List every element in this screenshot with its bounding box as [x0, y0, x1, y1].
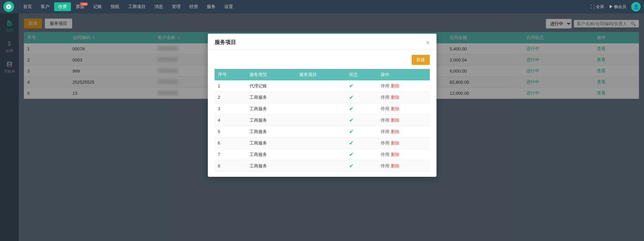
modal-cell-no: 5: [215, 126, 246, 137]
delete-button[interactable]: 删除: [391, 129, 400, 135]
modal-cell-status: ✔: [346, 126, 377, 137]
modal-cell-type: 工商服务: [246, 137, 296, 149]
modal-cell-actions: 停用 删除: [377, 92, 429, 103]
modal-cell-item: [296, 103, 346, 115]
modal-cell-no: 6: [215, 137, 246, 149]
nav-settings[interactable]: 设置: [220, 2, 237, 11]
modal-cell-status: ✔: [346, 115, 377, 126]
modal-cell-type: 代理记账: [246, 80, 296, 92]
nav-revenue[interactable]: 收费: [54, 2, 71, 11]
modal-col-status: 状态: [346, 69, 377, 80]
modal-cell-actions: 停用 删除: [377, 103, 429, 115]
modal-cell-no: 2: [215, 92, 246, 103]
fullscreen-btn[interactable]: ⛶ 全屏: [591, 4, 604, 10]
stop-button[interactable]: 停用: [381, 83, 389, 89]
nav-tax[interactable]: 报税: [107, 2, 123, 11]
modal-cell-no: 3: [215, 103, 246, 115]
delete-button[interactable]: 删除: [391, 117, 400, 123]
modal-cell-status: ✔: [346, 137, 377, 149]
modal-cell-status: ✔: [346, 160, 377, 172]
modal-cell-type: 工商服务: [246, 126, 296, 137]
nav-service[interactable]: 服务: [203, 2, 220, 11]
modal-cell-no: 4: [215, 115, 246, 126]
new-badge: new: [80, 2, 88, 6]
nav-business[interactable]: 工商项目: [124, 2, 150, 11]
nav-home[interactable]: 首页: [19, 2, 36, 11]
modal-cell-status: ✔: [346, 80, 377, 92]
modal-table-row: 7 工商服务 ✔ 停用 删除: [215, 149, 430, 160]
modal-cell-no: 8: [215, 160, 246, 172]
modal-cell-type: 工商服务: [246, 92, 296, 103]
modal-table-row: 5 工商服务 ✔ 停用 删除: [215, 126, 430, 137]
modal-cell-item: [296, 92, 346, 103]
stop-button[interactable]: 停用: [381, 140, 389, 146]
modal-cell-actions: 停用 删除: [377, 160, 429, 172]
stop-button[interactable]: 停用: [381, 163, 389, 169]
modal-cell-type: 工商服务: [246, 149, 296, 160]
modal-col-action: 操作: [377, 69, 429, 80]
modal-table-row: 3 工商服务 ✔ 停用 删除: [215, 103, 430, 115]
modal-table-row: 4 工商服务 ✔ 停用 删除: [215, 115, 430, 126]
right-area: ⛶ 全屏 ▶ 畅会员 👤: [591, 2, 641, 11]
avatar[interactable]: 👤: [631, 2, 641, 11]
stop-button[interactable]: 停用: [381, 129, 389, 135]
modal-body: 新建 序号 服务类型 服务项目 状态 操作 1 代理记账 ✔ 停用 删除: [208, 50, 437, 177]
modal-overlay[interactable]: 服务项目 × 新建 序号 服务类型 服务项目 状态 操作 1 代理记账: [0, 13, 644, 241]
modal-cell-actions: 停用 删除: [377, 126, 429, 137]
modal-title: 服务项目: [215, 39, 236, 46]
delete-button[interactable]: 删除: [391, 152, 400, 158]
modal-table-row: 8 工商服务 ✔ 停用 删除: [215, 160, 430, 172]
modal-cell-status: ✔: [346, 149, 377, 160]
modal-cell-item: [296, 126, 346, 137]
modal-toolbar: 新建: [215, 55, 430, 65]
stop-button[interactable]: 停用: [381, 117, 389, 123]
modal-cell-type: 工商服务: [246, 115, 296, 126]
modal-cell-status: ✔: [346, 103, 377, 115]
nav-account[interactable]: 记账: [89, 2, 106, 11]
delete-button[interactable]: 删除: [391, 163, 400, 169]
modal-header: 服务项目 ×: [208, 34, 437, 50]
modal-col-item: 服务项目: [296, 69, 346, 80]
modal-table-row: 6 工商服务 ✔ 停用 删除: [215, 137, 430, 149]
modal-cell-actions: 停用 删除: [377, 149, 429, 160]
modal-cell-no: 7: [215, 149, 246, 160]
nav-customer[interactable]: 客户: [37, 2, 53, 11]
modal-cell-no: 1: [215, 80, 246, 92]
modal-table-row: 2 工商服务 ✔ 停用 删除: [215, 92, 430, 103]
modal-cell-item: [296, 160, 346, 172]
top-nav: 首页 客户 收费 票据 new 记账 报税 工商项目 消息 管理 经营 服务 设…: [0, 0, 644, 13]
nav-manage[interactable]: 管理: [168, 2, 185, 11]
modal-cell-item: [296, 115, 346, 126]
member-btn[interactable]: ▶ 畅会员: [609, 4, 626, 10]
modal-cell-item: [296, 149, 346, 160]
modal-cell-item: [296, 80, 346, 92]
nav-invoice[interactable]: 票据 new: [72, 2, 88, 11]
modal-close-button[interactable]: ×: [426, 40, 430, 46]
modal-table: 序号 服务类型 服务项目 状态 操作 1 代理记账 ✔ 停用 删除 2 工商服务…: [215, 69, 430, 172]
modal-cell-type: 工商服务: [246, 103, 296, 115]
new-service-button[interactable]: 新建: [412, 55, 430, 65]
modal-col-no: 序号: [215, 69, 246, 80]
modal-cell-item: [296, 137, 346, 149]
stop-button[interactable]: 停用: [381, 106, 389, 112]
modal-table-row: 1 代理记账 ✔ 停用 删除: [215, 80, 430, 92]
delete-button[interactable]: 删除: [391, 106, 400, 112]
app-logo[interactable]: [3, 1, 14, 12]
stop-button[interactable]: 停用: [381, 152, 389, 158]
modal-cell-actions: 停用 删除: [377, 115, 429, 126]
modal-cell-status: ✔: [346, 92, 377, 103]
modal-cell-actions: 停用 删除: [377, 80, 429, 92]
delete-button[interactable]: 删除: [391, 83, 400, 89]
nav-message[interactable]: 消息: [150, 2, 167, 11]
nav-items: 首页 客户 收费 票据 new 记账 报税 工商项目 消息 管理 经营 服务 设…: [19, 2, 591, 11]
stop-button[interactable]: 停用: [381, 94, 389, 101]
delete-button[interactable]: 删除: [391, 94, 400, 101]
modal: 服务项目 × 新建 序号 服务类型 服务项目 状态 操作 1 代理记账: [208, 34, 437, 177]
nav-finance[interactable]: 经营: [185, 2, 202, 11]
modal-cell-type: 工商服务: [246, 160, 296, 172]
delete-button[interactable]: 删除: [391, 140, 400, 146]
modal-col-type: 服务类型: [246, 69, 296, 80]
modal-cell-actions: 停用 删除: [377, 137, 429, 149]
